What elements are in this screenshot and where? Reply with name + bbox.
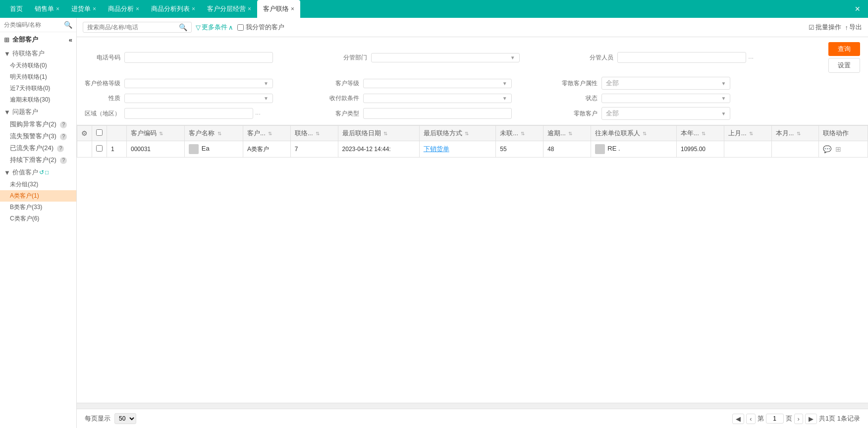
filter-payment-select[interactable]: ▼ [363,94,512,103]
col-contact-count[interactable]: 联络... ⇅ [290,126,338,141]
row-checkbox[interactable] [96,145,103,152]
nav-close-goods-analysis[interactable]: × [136,5,139,12]
setting-button[interactable]: 设置 [828,58,860,73]
sidebar-search-icon[interactable]: 🔍 [64,21,72,29]
filter-payment-label: 收付款条件 [324,94,363,103]
region-dots-icon[interactable]: ··· [255,110,261,117]
filter-scatter-customer-select[interactable]: 全部 ▼ [601,107,730,120]
sidebar-item-today[interactable]: 今天待联络(0) [0,60,76,71]
table-scroll-bar[interactable] [77,403,868,409]
sidebar-item-tomorrow[interactable]: 明天待联络(1) [0,71,76,83]
search-input[interactable] [87,24,179,31]
sidebar-item-b-class[interactable]: B类客户(33) [0,202,76,213]
last-page-btn[interactable]: ▶ [805,414,817,424]
nav-close-goods-list[interactable]: × [192,5,195,12]
query-button[interactable]: 查询 [828,42,860,56]
sidebar-item-c-class[interactable]: C类客户(6) [0,213,76,224]
filter-customer-type-input[interactable] [363,108,512,119]
nav-home[interactable]: 首页 [4,0,29,18]
sidebar-item-churn-warning[interactable]: 流失预警客户(3) ? [0,130,76,142]
refresh-icon[interactable]: ↺ [39,169,44,176]
sidebar-section-value[interactable]: ▼ 价值客户 ↺ □ [0,166,76,179]
filter-price-select[interactable]: ▼ [124,79,273,88]
nav-tab-customer-contact[interactable]: 客户联络 × [257,0,300,18]
info-icon-hoarding[interactable]: ? [60,121,67,128]
filter-scatter-attr-select[interactable]: 全部 ▼ [601,77,730,90]
sidebar-item-declining[interactable]: 持续下滑客户(2) ? [0,154,76,166]
nav-tab-customer-segment[interactable]: 客户分层经营 × [201,0,257,18]
page-input[interactable] [766,414,784,424]
sidebar: 🔍 ⊞ 全部客户 « ▼ 待联络客户 今天待联络(0) 明天待联络(1) 近7天… [0,18,77,428]
col-customer-type[interactable]: 客户... ⇅ [243,126,290,141]
top-nav: 首页 销售单 × 进货单 × 商品分析 × 商品分析列表 × 客户分层经营 × … [0,0,868,18]
more-filters-btn[interactable]: ▽ 更多条件 ∧ [196,23,233,32]
batch-op-btn[interactable]: ☑ 批量操作 [809,23,841,32]
sort-icon-method: ⇅ [465,131,469,136]
select-all-checkbox[interactable] [96,129,103,136]
sidebar-item-7days[interactable]: 近7天待联络(0) [0,83,76,94]
filter-nature-select[interactable]: ▼ [124,94,273,103]
nav-close-salesorder[interactable]: × [56,5,59,12]
last-method-link[interactable]: 下销货单 [424,145,449,153]
filter-status: 状态 ▼ [562,94,801,103]
table-settings-icon[interactable]: ⚙ [81,129,88,137]
sidebar-collapse-icon[interactable]: « [69,36,72,44]
filter-phone-input[interactable] [124,52,273,63]
page-size-select[interactable]: 50 [114,413,136,424]
sidebar-item-hoarding[interactable]: 囤购异常客户(2) ? [0,118,76,130]
prev-page-btn[interactable]: ‹ [746,414,755,424]
first-page-btn[interactable]: ◀ [732,414,744,424]
person-dots-icon[interactable]: ··· [748,54,754,61]
nav-tab-goods-analysis[interactable]: 商品分析 × [102,0,145,18]
col-last-month[interactable]: 上月... ⇅ [724,126,771,141]
filter-region-input[interactable] [124,108,253,119]
filter-customer-level-select[interactable]: ▼ [363,79,512,88]
sidebar-section-pending[interactable]: ▼ 待联络客户 [0,47,76,60]
col-last-method[interactable]: 最后联络方式 ⇅ [419,126,496,141]
my-customers-checkbox-label[interactable]: 我分管的客户 [237,23,284,32]
col-uncontacted[interactable]: 未联... ⇅ [496,126,543,141]
col-last-date[interactable]: 最后联络日期 ⇅ [338,126,419,141]
nav-close-contact[interactable]: × [291,5,294,12]
comment-icon[interactable]: 💬 [823,145,831,153]
sidebar-all-customers[interactable]: ⊞ 全部客户 « [0,32,76,47]
add-group-icon[interactable]: □ [45,169,49,176]
search-icon[interactable]: 🔍 [179,23,187,31]
sidebar-item-churned[interactable]: 已流失客户(24) ? [0,142,76,154]
col-contact-person[interactable]: 往来单位联系人 ⇅ [591,126,676,141]
col-overdue[interactable]: 逾期... ⇅ [543,126,591,141]
sidebar-item-a-class[interactable]: A类客户(1) [0,190,76,202]
info-icon-declining[interactable]: ? [60,157,67,164]
close-all-btn[interactable]: × [851,4,864,14]
sidebar-search-input[interactable] [4,21,64,28]
info-icon-churned[interactable]: ? [57,145,64,152]
qr-icon[interactable]: ⊞ [835,145,841,153]
info-icon-churn-warning[interactable]: ? [60,133,67,140]
filter-dept-select[interactable]: ▼ [371,53,520,62]
nav-tab-purchase[interactable]: 进货单 × [65,0,102,18]
col-name[interactable]: 客户名称 ⇅ [185,126,243,141]
table-row: 1 000031 Ea A类客户 7 2023-04-12 14:44: 下销货… [77,141,868,158]
main-layout: 🔍 ⊞ 全部客户 « ▼ 待联络客户 今天待联络(0) 明天待联络(1) 近7天… [0,18,868,428]
col-settings: ⚙ [77,126,92,141]
export-btn[interactable]: ↑ 导出 [845,23,863,32]
sidebar-item-overdue[interactable]: 逾期未联络(30) [0,94,76,106]
filter-status-select[interactable]: ▼ [601,94,730,103]
sidebar-section-problem[interactable]: ▼ 问题客户 [0,106,76,118]
sidebar-item-ungroup[interactable]: 未分组(32) [0,179,76,190]
filter-region: 区域（地区） ··· [85,108,324,119]
nav-close-purchase[interactable]: × [93,5,96,12]
sort-icon-contact: ⇅ [316,131,320,136]
col-this-year[interactable]: 本年... ⇅ [676,126,724,141]
content-area: 🔍 ▽ 更多条件 ∧ 我分管的客户 ☑ 批量操作 ↑ 导出 [77,18,868,428]
filter-person-input[interactable] [617,52,746,63]
nav-tab-salesorder[interactable]: 销售单 × [29,0,65,18]
nav-tab-goods-analysis-list[interactable]: 商品分析列表 × [145,0,201,18]
col-code[interactable]: 客户编码 ⇅ [127,126,185,141]
next-page-btn[interactable]: › [794,414,803,424]
my-customers-checkbox[interactable] [237,24,244,31]
filter-price-level: 客户价格等级 ▼ [85,79,324,88]
col-checkbox [92,126,107,141]
col-this-month[interactable]: 本月... ⇅ [771,126,819,141]
nav-close-segment[interactable]: × [248,5,251,12]
